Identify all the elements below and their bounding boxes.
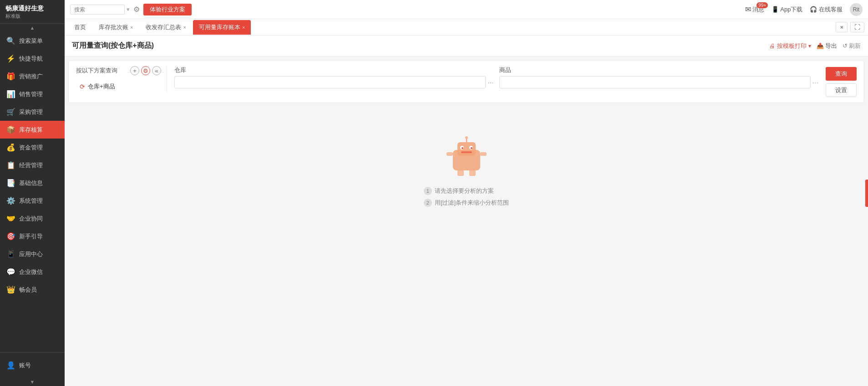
refresh-btn[interactable]: ↺ 刷新 xyxy=(843,42,861,50)
sidebar-item-system[interactable]: ⚙️ 系统管理 xyxy=(0,192,65,210)
sidebar-item-enterprise[interactable]: 🤝 企业协同 xyxy=(0,210,65,227)
page-title: 可用量查询(按仓库+商品) xyxy=(72,41,154,51)
tip-text-2: 用[过滤]条件来缩小分析范围 xyxy=(435,199,509,207)
sidebar-scroll-up[interactable]: ▲ xyxy=(0,24,65,32)
message-badge: 99+ xyxy=(756,2,768,8)
tab-home[interactable]: 首页 xyxy=(68,20,92,35)
print-dropdown-icon[interactable]: ▾ xyxy=(808,43,811,49)
svg-point-5 xyxy=(471,147,472,149)
gear-icon[interactable]: ⚙ xyxy=(133,5,140,14)
filter-scheme-icons: + ⚙ « xyxy=(130,66,161,75)
sidebar-item-finance[interactable]: 💰 资金管理 xyxy=(0,139,65,156)
topbar-right: ✉ 消息 99+ 📱 App下载 🎧 在线客服 Rit xyxy=(745,3,863,16)
vip-icon: 👑 xyxy=(6,285,15,294)
sidebar-item-marketing[interactable]: 🎁 营销推广 xyxy=(0,67,65,85)
refresh-icon: ↺ xyxy=(843,42,848,49)
app-download-label: App下载 xyxy=(780,6,802,13)
tab-batch[interactable]: 库存批次账× xyxy=(93,20,139,35)
print-btn[interactable]: 🖨 按模板打印 ▾ xyxy=(769,42,811,50)
product-more-btn[interactable]: ··· xyxy=(812,78,818,87)
settings-button[interactable]: 设置 xyxy=(826,83,857,97)
user-name: Rit xyxy=(853,6,860,13)
tip-1: 1 请先选择要分析的方案 xyxy=(424,187,509,195)
scheme-settings-icon[interactable]: ⚙ xyxy=(141,66,150,75)
sidebar-item-inventory-label: 库存核算 xyxy=(19,126,43,134)
sidebar-item-enterprise-label: 企业协同 xyxy=(19,215,43,223)
sidebar-item-newuser[interactable]: 🎯 新手引导 xyxy=(0,227,65,245)
sidebar-item-appcenter[interactable]: 📱 应用中心 xyxy=(0,245,65,263)
query-button[interactable]: 查询 xyxy=(826,67,857,81)
sidebar-item-quicknav-label: 快捷导航 xyxy=(19,55,43,63)
dropdown-icon[interactable]: ▾ xyxy=(127,6,130,13)
maximize-btn[interactable]: ⛶ xyxy=(850,22,864,32)
search-input[interactable] xyxy=(70,5,125,15)
sidebar-item-quicknav[interactable]: ⚡ 快捷导航 xyxy=(0,50,65,67)
sidebar-item-user[interactable]: 👤 账号 xyxy=(0,356,65,374)
filter-scheme-header: 按以下方案查询 + ⚙ « xyxy=(76,66,161,75)
sidebar-item-wechat[interactable]: 💬 企业微信 xyxy=(0,263,65,281)
filter-fields: 仓库 ··· 商品 ··· xyxy=(167,66,818,88)
app-download-link[interactable]: 📱 App下载 xyxy=(772,5,802,14)
main-area: ▾ ⚙ 体验行业方案 ✉ 消息 99+ 📱 App下载 🎧 在线客服 Rit 首… xyxy=(65,0,868,386)
sidebar-item-system-label: 系统管理 xyxy=(19,197,43,205)
appcenter-icon: 📱 xyxy=(6,250,15,258)
tab-available[interactable]: 可用量库存账本× xyxy=(193,20,251,35)
finance-icon: 💰 xyxy=(6,143,15,152)
collapse-icon[interactable]: « xyxy=(152,66,161,75)
close-all-btn[interactable]: × xyxy=(836,22,848,32)
inventory-icon: 📦 xyxy=(6,125,15,134)
svg-rect-9 xyxy=(447,152,453,156)
sidebar-item-finance-label: 资金管理 xyxy=(19,144,43,152)
sidebar-item-inventory[interactable]: 📦 库存核算 xyxy=(0,121,65,139)
add-scheme-icon[interactable]: + xyxy=(130,66,139,75)
export-label: 导出 xyxy=(825,42,837,50)
export-icon: 📤 xyxy=(817,42,824,49)
sidebar-item-operation[interactable]: 📋 经营管理 xyxy=(0,156,65,174)
right-scroll-indicator xyxy=(865,180,868,207)
topbar: ▾ ⚙ 体验行业方案 ✉ 消息 99+ 📱 App下载 🎧 在线客服 Rit xyxy=(65,0,868,19)
print-label: 按模板打印 xyxy=(777,42,807,50)
print-icon: 🖨 xyxy=(769,42,775,49)
svg-rect-10 xyxy=(480,152,487,156)
online-service-label: 在线客服 xyxy=(819,6,843,13)
scheme-refresh-icon: ⟳ xyxy=(80,83,85,90)
app-logo: 畅康通好生意 标准版 xyxy=(0,0,65,24)
sidebar-item-sales[interactable]: 📊 销售管理 xyxy=(0,85,65,103)
headset-icon: 🎧 xyxy=(810,6,817,13)
tab-available-label: 可用量库存账本 xyxy=(199,23,240,31)
refresh-label: 刷新 xyxy=(849,42,861,50)
sidebar-item-vip[interactable]: 👑 畅会员 xyxy=(0,281,65,299)
sidebar-scroll-down[interactable]: ▼ xyxy=(0,378,65,386)
sidebar-item-search[interactable]: 🔍 搜索菜单 xyxy=(0,32,65,50)
sales-icon: 📊 xyxy=(6,90,15,98)
warehouse-label: 仓库 xyxy=(174,66,494,74)
tab-bar: 首页库存批次账×收发存汇总表×可用量库存账本× × ⛶ xyxy=(65,19,868,36)
sidebar-item-basic[interactable]: 📑 基础信息 xyxy=(0,174,65,192)
warehouse-input[interactable] xyxy=(174,76,486,88)
user-avatar[interactable]: Rit xyxy=(850,3,863,16)
online-service-link[interactable]: 🎧 在线客服 xyxy=(810,5,843,14)
filter-actions: 查询 设置 xyxy=(818,66,857,97)
phone-icon: 📱 xyxy=(772,6,779,13)
search-icon: 🔍 xyxy=(6,36,15,45)
scheme-label: 仓库+商品 xyxy=(88,82,115,91)
content-area: 可用量查询(按仓库+商品) 🖨 按模板打印 ▾ 📤 导出 ↺ 刷新 xyxy=(65,36,868,386)
svg-rect-6 xyxy=(461,151,472,153)
message-btn[interactable]: ✉ 消息 99+ xyxy=(745,5,764,14)
warehouse-more-btn[interactable]: ··· xyxy=(487,78,493,87)
product-input[interactable] xyxy=(499,76,811,88)
topbar-search: ▾ xyxy=(70,5,130,15)
basic-icon: 📑 xyxy=(6,179,15,187)
empty-tips: 1 请先选择要分析的方案 2 用[过滤]条件来缩小分析范围 xyxy=(424,187,509,207)
sidebar-item-marketing-label: 营销推广 xyxy=(19,72,43,81)
tab-batch-close[interactable]: × xyxy=(130,25,133,30)
tip-2: 2 用[过滤]条件来缩小分析范围 xyxy=(424,199,509,207)
export-btn[interactable]: 📤 导出 xyxy=(817,42,837,50)
tab-summary[interactable]: 收发存汇总表× xyxy=(140,20,192,35)
tab-available-close[interactable]: × xyxy=(242,25,245,30)
tip-num-1: 1 xyxy=(424,187,432,195)
industry-btn[interactable]: 体验行业方案 xyxy=(143,4,192,15)
sidebar-item-purchase[interactable]: 🛒 采购管理 xyxy=(0,103,65,121)
tab-summary-close[interactable]: × xyxy=(183,25,186,30)
scheme-warehouse-product[interactable]: ⟳ 仓库+商品 xyxy=(76,80,161,93)
